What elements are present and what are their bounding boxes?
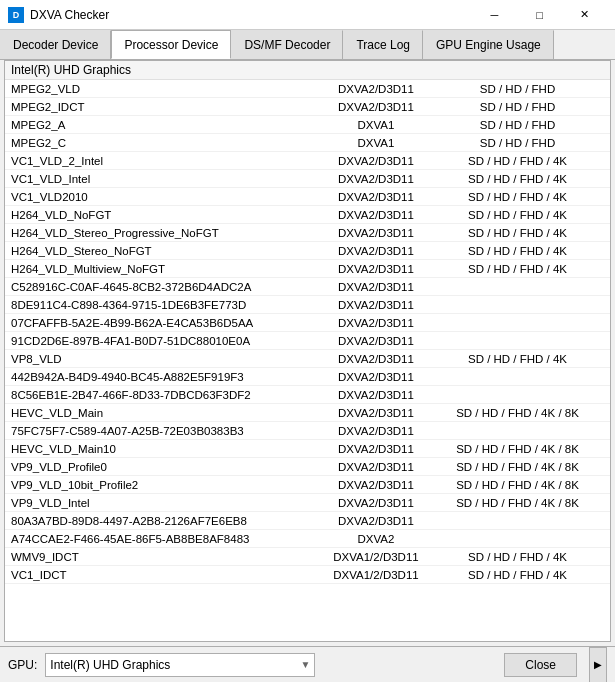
maximize-button[interactable]: □ [517, 5, 562, 25]
table-row: VP9_VLD_IntelDXVA2/D3D11SD / HD / FHD / … [5, 494, 610, 512]
table-row: VP9_VLD_10bit_Profile2DXVA2/D3D11SD / HD… [5, 476, 610, 494]
row-name: H264_VLD_NoFGT [11, 209, 321, 221]
tab-decoder[interactable]: Decoder Device [0, 30, 111, 59]
row-api: DXVA2/D3D11 [321, 371, 431, 383]
minimize-button[interactable]: ─ [472, 5, 517, 25]
table-row: 80A3A7BD-89D8-4497-A2B8-2126AF7E6EB8DXVA… [5, 512, 610, 530]
gpu-label: GPU: [8, 658, 37, 672]
table-row: MPEG2_VLDDXVA2/D3D11SD / HD / FHD [5, 80, 610, 98]
row-api: DXVA1/2/D3D11 [321, 569, 431, 581]
table-row: VC1_VLD2010DXVA2/D3D11SD / HD / FHD / 4K [5, 188, 610, 206]
row-api: DXVA2/D3D11 [321, 155, 431, 167]
table-row: A74CCAE2-F466-45AE-86F5-AB8BE8AF8483DXVA… [5, 530, 610, 548]
row-resolution: SD / HD / FHD / 4K [431, 191, 604, 203]
row-api: DXVA2/D3D11 [321, 299, 431, 311]
row-api: DXVA2/D3D11 [321, 173, 431, 185]
content-area: Intel(R) UHD Graphics MPEG2_VLDDXVA2/D3D… [4, 60, 611, 642]
row-name: C528916C-C0AF-4645-8CB2-372B6D4ADC2A [11, 281, 321, 293]
row-resolution: SD / HD / FHD / 4K / 8K [431, 497, 604, 509]
close-button[interactable]: Close [504, 653, 577, 677]
row-resolution: SD / HD / FHD / 4K [431, 551, 604, 563]
row-resolution: SD / HD / FHD / 4K [431, 569, 604, 581]
gpu-select[interactable]: Intel(R) UHD Graphics ▼ [45, 653, 315, 677]
row-name: HEVC_VLD_Main [11, 407, 321, 419]
row-resolution: SD / HD / FHD [431, 101, 604, 113]
row-name: HEVC_VLD_Main10 [11, 443, 321, 455]
tab-trace[interactable]: Trace Log [343, 30, 423, 59]
row-api: DXVA2/D3D11 [321, 227, 431, 239]
table-row: VC1_VLD_IntelDXVA2/D3D11SD / HD / FHD / … [5, 170, 610, 188]
tab-bar: Decoder Device Processor Device DS/MF De… [0, 30, 615, 60]
row-api: DXVA1/2/D3D11 [321, 551, 431, 563]
row-api: DXVA2/D3D11 [321, 209, 431, 221]
tab-gpu-engine[interactable]: GPU Engine Usage [423, 30, 554, 59]
row-api: DXVA2/D3D11 [321, 245, 431, 257]
row-api: DXVA1 [321, 119, 431, 131]
row-resolution: SD / HD / FHD [431, 119, 604, 131]
row-resolution: SD / HD / FHD / 4K [431, 353, 604, 365]
table-row: MPEG2_CDXVA1SD / HD / FHD [5, 134, 610, 152]
row-resolution: SD / HD / FHD / 4K [431, 209, 604, 221]
row-resolution: SD / HD / FHD / 4K / 8K [431, 407, 604, 419]
table-row: 8C56EB1E-2B47-466F-8D33-7DBCD63F3DF2DXVA… [5, 386, 610, 404]
table-row: 07CFAFFB-5A2E-4B99-B62A-E4CA53B6D5AADXVA… [5, 314, 610, 332]
row-api: DXVA2/D3D11 [321, 479, 431, 491]
row-api: DXVA2/D3D11 [321, 101, 431, 113]
table-row: MPEG2_ADXVA1SD / HD / FHD [5, 116, 610, 134]
row-name: VC1_IDCT [11, 569, 321, 581]
row-name: H264_VLD_Stereo_Progressive_NoFGT [11, 227, 321, 239]
tab-processor[interactable]: Processor Device [111, 30, 231, 59]
row-api: DXVA2/D3D11 [321, 497, 431, 509]
table-row: VC1_IDCTDXVA1/2/D3D11SD / HD / FHD / 4K [5, 566, 610, 584]
app-icon: D [8, 7, 24, 23]
row-name: MPEG2_A [11, 119, 321, 131]
table-row: H264_VLD_Stereo_NoFGTDXVA2/D3D11SD / HD … [5, 242, 610, 260]
row-name: VP9_VLD_Profile0 [11, 461, 321, 473]
row-resolution: SD / HD / FHD / 4K / 8K [431, 479, 604, 491]
row-name: 8DE911C4-C898-4364-9715-1DE6B3FE773D [11, 299, 321, 311]
table-row: C528916C-C0AF-4645-8CB2-372B6D4ADC2ADXVA… [5, 278, 610, 296]
row-api: DXVA2/D3D11 [321, 443, 431, 455]
row-api: DXVA2/D3D11 [321, 335, 431, 347]
row-api: DXVA2/D3D11 [321, 191, 431, 203]
row-name: 442B942A-B4D9-4940-BC45-A882E5F919F3 [11, 371, 321, 383]
row-name: VC1_VLD2010 [11, 191, 321, 203]
row-name: VP9_VLD_10bit_Profile2 [11, 479, 321, 491]
table-row: VP9_VLD_Profile0DXVA2/D3D11SD / HD / FHD… [5, 458, 610, 476]
row-name: VC1_VLD_2_Intel [11, 155, 321, 167]
row-resolution: SD / HD / FHD / 4K [431, 227, 604, 239]
row-name: H264_VLD_Multiview_NoFGT [11, 263, 321, 275]
row-name: MPEG2_C [11, 137, 321, 149]
row-resolution: SD / HD / FHD / 4K [431, 155, 604, 167]
title-bar: D DXVA Checker ─ □ ✕ [0, 0, 615, 30]
row-resolution: SD / HD / FHD / 4K [431, 263, 604, 275]
window-title: DXVA Checker [30, 8, 109, 22]
group-header: Intel(R) UHD Graphics [5, 61, 610, 80]
table-row: 75FC75F7-C589-4A07-A25B-72E03B0383B3DXVA… [5, 422, 610, 440]
row-name: A74CCAE2-F466-45AE-86F5-AB8BE8AF8483 [11, 533, 321, 545]
row-name: H264_VLD_Stereo_NoFGT [11, 245, 321, 257]
row-resolution: SD / HD / FHD / 4K / 8K [431, 443, 604, 455]
table-row: HEVC_VLD_MainDXVA2/D3D11SD / HD / FHD / … [5, 404, 610, 422]
table-row: VC1_VLD_2_IntelDXVA2/D3D11SD / HD / FHD … [5, 152, 610, 170]
table-row: H264_VLD_Stereo_Progressive_NoFGTDXVA2/D… [5, 224, 610, 242]
row-api: DXVA2/D3D11 [321, 83, 431, 95]
row-api: DXVA2/D3D11 [321, 425, 431, 437]
row-name: MPEG2_VLD [11, 83, 321, 95]
row-name: 8C56EB1E-2B47-466F-8D33-7DBCD63F3DF2 [11, 389, 321, 401]
chevron-down-icon: ▼ [300, 659, 310, 670]
row-resolution: SD / HD / FHD / 4K / 8K [431, 461, 604, 473]
scroll-right-button[interactable]: ▶ [589, 647, 607, 683]
row-api: DXVA2/D3D11 [321, 353, 431, 365]
row-resolution: SD / HD / FHD [431, 137, 604, 149]
tab-dsmf[interactable]: DS/MF Decoder [231, 30, 343, 59]
window-close-button[interactable]: ✕ [562, 5, 607, 25]
table-row: WMV9_IDCTDXVA1/2/D3D11SD / HD / FHD / 4K [5, 548, 610, 566]
row-name: 91CD2D6E-897B-4FA1-B0D7-51DC88010E0A [11, 335, 321, 347]
row-name: 07CFAFFB-5A2E-4B99-B62A-E4CA53B6D5AA [11, 317, 321, 329]
table-row: H264_VLD_Multiview_NoFGTDXVA2/D3D11SD / … [5, 260, 610, 278]
row-api: DXVA2 [321, 533, 431, 545]
row-name: MPEG2_IDCT [11, 101, 321, 113]
table-row: VP8_VLDDXVA2/D3D11SD / HD / FHD / 4K [5, 350, 610, 368]
bottom-bar: GPU: Intel(R) UHD Graphics ▼ Close ▶ [0, 646, 615, 682]
